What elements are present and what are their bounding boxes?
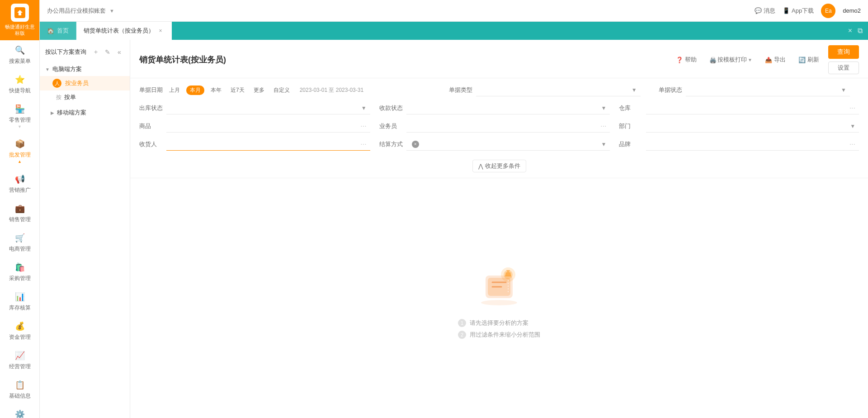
refresh-button[interactable]: 🔄 刷新 (795, 54, 823, 66)
query-button[interactable]: 查询 (828, 45, 859, 59)
tab-close-button[interactable]: × (157, 27, 164, 34)
sidebar-item-sales[interactable]: 💼 销售管理 (0, 199, 39, 228)
warehouse-value[interactable]: ··· (646, 102, 859, 114)
settings-button[interactable]: 设置 (828, 62, 859, 74)
sidebar-item-purchase[interactable]: 🛍️ 采购管理 (0, 257, 39, 287)
sidebar-item-basic[interactable]: 📋 基础信息 (0, 375, 39, 404)
collapse-up-icon: ⋀ (478, 163, 483, 170)
payment-value[interactable]: × ▼ (406, 138, 610, 151)
print-label: 按模板打印 (717, 56, 747, 64)
scheme-sub-icon: 按 (56, 94, 61, 101)
collapse-button[interactable]: ⋀ 收起更多条件 (472, 160, 526, 172)
filter-group-doc-type: 单据类型 ▼ (449, 84, 649, 96)
sidebar-item-basic-label: 基础信息 (9, 392, 31, 400)
tab-home-icon: 🏠 (47, 28, 54, 34)
logo-area[interactable]: 畅捷通好生意 标版 (0, 0, 39, 40)
scheme-item-by-staff[interactable]: 人 按业务员 (40, 76, 130, 90)
filter-group-date: 单据日期 上月 本月 本年 近7天 更多 自定义 2023-03-01 至 20… (139, 86, 440, 95)
brand-dots-icon: ··· (849, 140, 855, 148)
sidebar-item-search-label: 搜索菜单 (9, 57, 31, 65)
search-icon: 🔍 (15, 45, 25, 56)
export-button[interactable]: 📤 导出 (761, 54, 789, 66)
help-icon: ❓ (676, 57, 683, 63)
inventory-icon: 📊 (15, 291, 25, 303)
filter-row-3: 商品 ··· 业务员 ··· 部门 (139, 120, 859, 133)
print-button[interactable]: 🖨️ 按模板打印 ▼ (706, 54, 756, 66)
date-tab-last-7-days[interactable]: 近7天 (228, 86, 247, 95)
sidebar-item-marketing-label: 营销推广 (9, 186, 31, 194)
sidebar-item-ecommerce[interactable]: 🛒 电商管理 (0, 228, 39, 257)
add-scheme-button[interactable]: ＋ (91, 47, 101, 57)
sidebar-item-retail-label: 零售管理 (9, 116, 31, 124)
staff-label: 业务员 (379, 122, 406, 130)
collapse-label: 收起更多条件 (485, 162, 520, 170)
scheme-group-desktop-arrow: ▼ (45, 67, 50, 72)
goods-label: 商品 (139, 122, 166, 130)
doc-status-arrow-icon: ▼ (841, 87, 846, 93)
help-button[interactable]: ❓ 帮助 (672, 54, 700, 66)
payment-clear-button[interactable]: × (412, 141, 419, 148)
tab-home[interactable]: 🏠 首页 (40, 22, 76, 40)
collapse-panel-button[interactable]: « (114, 47, 124, 57)
date-tab-this-month[interactable]: 本月 (186, 86, 204, 95)
page-actions: ❓ 帮助 🖨️ 按模板打印 ▼ 📤 导出 🔄 刷新 (672, 45, 859, 74)
date-tab-more[interactable]: 更多 (251, 86, 267, 95)
edit-scheme-button[interactable]: ✎ (103, 47, 113, 57)
consignee-value[interactable]: ··· (166, 138, 370, 151)
sidebar-item-inventory[interactable]: 📊 库存核算 (0, 287, 39, 316)
out-status-value[interactable]: ▼ (166, 102, 370, 114)
left-panel: 按以下方案查询 ＋ ✎ « ▼ 电脑端方案 (40, 40, 130, 418)
consignee-label: 收货人 (139, 140, 166, 148)
scheme-group-desktop-header[interactable]: ▼ 电脑端方案 (40, 62, 130, 76)
sidebar-item-quick-nav[interactable]: ⭐ 快捷导航 (0, 70, 39, 99)
sidebar-item-system[interactable]: ⚙️ 系统管理 (0, 404, 39, 418)
sidebar-item-finance[interactable]: 💰 资金管理 (0, 316, 39, 346)
tab-close-all-button[interactable]: × (846, 25, 854, 37)
sidebar-item-wholesale[interactable]: 📦 批发管理 ▲ (0, 134, 39, 169)
app-download-label: App下载 (792, 7, 814, 15)
brand-value[interactable]: ··· (646, 138, 859, 151)
staff-dots-icon: ··· (600, 122, 606, 130)
sidebar-item-retail[interactable]: 🏪 零售管理 ▼ (0, 99, 39, 134)
purchase-icon: 🛍️ (15, 262, 25, 273)
goods-dots-icon: ··· (360, 122, 366, 130)
user-name[interactable]: demo2 (843, 7, 861, 14)
doc-type-value[interactable]: ▼ (476, 84, 640, 96)
collapse-section: ⋀ 收起更多条件 (139, 156, 859, 172)
left-panel-title: 按以下方案查询 (45, 48, 86, 56)
message-button[interactable]: 💬 消息 (755, 7, 775, 15)
collect-status-label: 收款状态 (379, 104, 406, 112)
filter-row-2: 出库状态 ▼ 收款状态 ▼ 仓库 (139, 102, 859, 114)
scheme-sub-item-by-order[interactable]: 按 按单 (40, 90, 130, 104)
user-avatar[interactable]: Ea (821, 4, 835, 18)
filter-group-dept: 部门 ▼ (619, 120, 859, 133)
consignee-dots-icon: ··· (360, 140, 366, 148)
tab-sales-stat[interactable]: 销货单统计表（按业务员） × (76, 22, 172, 40)
dept-value[interactable]: ▼ (646, 120, 859, 133)
staff-value[interactable]: ··· (406, 120, 610, 133)
filter-group-out-status: 出库状态 ▼ (139, 102, 379, 114)
filter-group-payment: 结算方式 × ▼ (379, 138, 619, 151)
date-tabs: 上月 本月 本年 近7天 更多 自定义 2023-03-01 至 2023-03… (166, 86, 363, 95)
breadcrumb-dropdown-icon[interactable]: ▼ (109, 8, 114, 14)
sidebar-item-operation[interactable]: 📈 经营管理 (0, 346, 39, 375)
dept-arrow-icon: ▼ (850, 123, 855, 129)
scheme-group-desktop: ▼ 电脑端方案 人 按业务员 按 按单 (40, 61, 130, 106)
date-tab-this-year[interactable]: 本年 (208, 86, 224, 95)
left-panel-header: 按以下方案查询 ＋ ✎ « (40, 43, 130, 61)
goods-value[interactable]: ··· (166, 120, 370, 133)
date-tab-last-month[interactable]: 上月 (166, 86, 183, 95)
tab-home-label: 首页 (57, 27, 69, 35)
sidebar-item-marketing[interactable]: 📢 营销推广 (0, 169, 39, 199)
date-tab-custom[interactable]: 自定义 (271, 86, 292, 95)
collect-status-value[interactable]: ▼ (406, 102, 610, 114)
mobile-group[interactable]: ▶ 移动端方案 (40, 106, 130, 119)
doc-status-value[interactable]: ▼ (686, 84, 850, 96)
tab-restore-button[interactable]: ⧉ (856, 25, 864, 37)
empty-tips: 1 请先选择要分析的方案 2 用过滤条件来缩小分析范围 (458, 319, 540, 339)
export-icon: 📤 (765, 57, 772, 63)
app-download-button[interactable]: 📱 App下载 (783, 7, 814, 15)
ecommerce-icon: 🛒 (15, 233, 25, 244)
empty-tip-2: 2 用过滤条件来缩小分析范围 (458, 331, 540, 339)
sidebar-item-search[interactable]: 🔍 搜索菜单 (0, 40, 39, 70)
